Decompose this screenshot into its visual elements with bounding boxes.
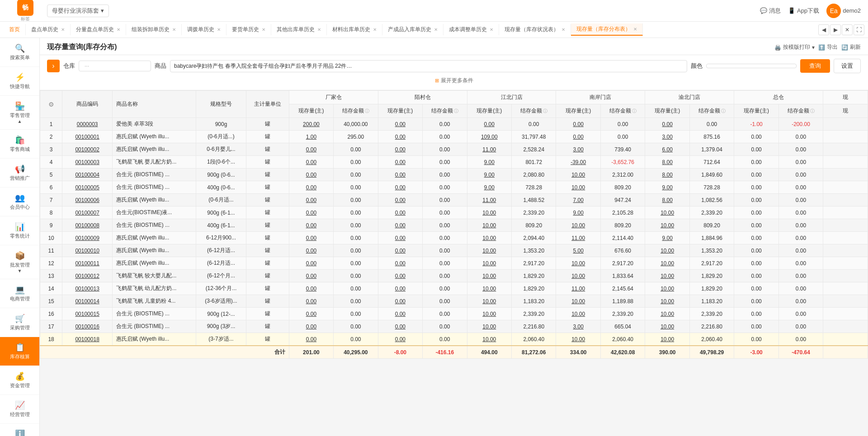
query-button[interactable]: 查询 (800, 59, 830, 73)
td-no: 11 (40, 244, 62, 257)
td-extra (823, 308, 868, 320)
tab-close-icon[interactable]: ✕ (61, 27, 65, 32)
industry-selector[interactable]: 母婴行业演示陈套 ▾ (47, 5, 109, 17)
table-container[interactable]: ⚙ 商品编码 商品名称 规格型号 主计量单位 厂家仓 陌村仓 江北门店 南岸门店… (40, 90, 868, 436)
td-mc-amt: 0.00 (423, 194, 467, 206)
tab-home[interactable]: 首页 (4, 24, 26, 35)
td-yb-amt: 1,379.04 (689, 143, 734, 156)
footer-label: 合计 (40, 346, 289, 359)
app-download-button[interactable]: 📱 App下载 (788, 7, 819, 15)
td-unit: 罐 (246, 206, 289, 219)
td-jb-amt: 728.28 (512, 181, 556, 194)
td-na-amt: 2,145.64 (600, 282, 645, 295)
message-button[interactable]: 💬 消息 (760, 7, 781, 15)
print-button[interactable]: 🖨️ 按模版打印 ▾ (774, 43, 815, 51)
tab-material-out[interactable]: 材料出库单历史 ✕ (327, 24, 382, 35)
sidebar-item-nav[interactable]: ⚡ 快捷导航 (0, 67, 39, 96)
td-na-qty: 10.00 (556, 333, 600, 346)
content-area: 现存量查询(库存分布) 🖨️ 按模版打印 ▾ ⬆️ 导出 🔄 刷新 (40, 38, 868, 436)
nav-prev-btn[interactable]: ◀ (818, 24, 829, 35)
td-fj-qty: 0.00 (289, 270, 333, 282)
tab-other-out[interactable]: 其他出库单历史 ✕ (271, 24, 327, 35)
table-row: 8 00100007 合生元(BIOSTIME)液... 900g (6-1..… (40, 206, 868, 219)
td-no: 6 (40, 181, 62, 194)
nav-expand-btn[interactable]: ⛶ (854, 24, 864, 35)
sidebar-item-stock[interactable]: 📋 库存核算 (0, 337, 39, 366)
nav-more-btn[interactable]: ✕ (842, 24, 853, 35)
td-jb-amt: 0.00 (512, 118, 556, 131)
sidebar-item-ecommerce[interactable]: 💻 电商管理 (0, 279, 39, 308)
tab-close-icon[interactable]: ✕ (434, 27, 438, 32)
sidebar-item-retail-stats[interactable]: 📊 零售统计 (0, 216, 39, 245)
sidebar-item-finance[interactable]: 💰 资金管理 (0, 366, 39, 395)
main-layout: 🔍 搜索英单 ⚡ 快捷导航 🏪 零售管理 ▲ 🛍️ 零售商城 📢 营销推广 👥 … (0, 38, 868, 436)
sidebar-item-wholesale[interactable]: 📦 批发管理 ▼ (0, 245, 39, 279)
sidebar-item-purchase[interactable]: 🛒 采购管理 (0, 308, 39, 337)
tab-assembly[interactable]: 组装拆卸单历史 ✕ (126, 24, 182, 35)
tab-stock-dist[interactable]: 现存量（库存分布表） ✕ (571, 23, 643, 36)
td-mc-amt: 0.00 (423, 333, 467, 346)
tab-close-icon[interactable]: ✕ (217, 27, 221, 32)
td-yb-amt: 1,183.20 (689, 295, 734, 308)
td-spec: (12-36个月... (196, 282, 246, 295)
td-yb-qty: 10.00 (645, 282, 689, 295)
refresh-button[interactable]: 🔄 刷新 (841, 43, 861, 51)
td-no: 10 (40, 232, 62, 244)
nav-next-btn[interactable]: ▶ (830, 24, 841, 35)
tab-cost-adjust[interactable]: 成本调整单历史 ✕ (443, 24, 499, 35)
table-row: 17 00100016 合生元 (BIOSTIME) ... 900g (3岁.… (40, 320, 868, 333)
stats-icon: 📊 (15, 222, 25, 232)
sidebar-item-retail-mgmt[interactable]: 🏪 零售管理 ▲ (0, 96, 39, 130)
td-yb-qty: 10.00 (645, 257, 689, 270)
td-no: 17 (40, 320, 62, 333)
td-na-amt: 2,339.20 (600, 308, 645, 320)
color-input[interactable] (706, 64, 797, 68)
tab-close-icon[interactable]: ✕ (373, 27, 377, 32)
td-fj-amt: 0.00 (334, 169, 378, 181)
tab-close-icon[interactable]: ✕ (262, 27, 265, 32)
td-no: 14 (40, 282, 62, 295)
tab-sub-inventory[interactable]: 分量盘点单历史 ✕ (71, 24, 126, 35)
td-unit: 罐 (246, 270, 289, 282)
gear-icon[interactable]: ⚙ (48, 101, 54, 108)
sidebar-item-basic[interactable]: ℹ️ 基础信息 (0, 424, 39, 436)
td-mc-qty: 0.00 (378, 270, 422, 282)
td-spec: (0-6月适...) (196, 131, 246, 143)
expand-conditions-btn[interactable]: ⊞ 展开更多条件 (435, 77, 473, 84)
td-fj-amt: 0.00 (334, 181, 378, 194)
tab-close-icon[interactable]: ✕ (117, 27, 120, 32)
tab-requisition[interactable]: 要货单历史 ✕ (226, 24, 271, 35)
sidebar-item-operations[interactable]: 📈 经营管理 (0, 395, 39, 424)
tab-inventory-check[interactable]: 盘点单历史 ✕ (26, 24, 71, 35)
warehouse-input[interactable]: ··· (79, 61, 151, 71)
td-na-amt: 809.20 (600, 181, 645, 194)
tab-close-icon[interactable]: ✕ (561, 27, 565, 32)
print-icon: 🖨️ (774, 44, 781, 51)
sidebar-item-retail-mall[interactable]: 🛍️ 零售商城 (0, 130, 39, 159)
user-avatar[interactable]: Ea demo2 (826, 4, 861, 18)
td-jb-qty: 10.00 (467, 219, 511, 232)
tab-close-icon[interactable]: ✕ (490, 27, 493, 32)
td-mc-qty: 0.00 (378, 333, 422, 346)
td-jb-amt: 2,339.20 (512, 308, 556, 320)
td-mc-amt: 0.00 (423, 270, 467, 282)
td-jb-qty: 10.00 (467, 270, 511, 282)
td-fj-amt: 0.00 (334, 244, 378, 257)
tab-transfer[interactable]: 调拨单历史 ✕ (182, 24, 226, 35)
export-button[interactable]: ⬆️ 导出 (818, 43, 838, 51)
td-yb-qty: 10.00 (645, 308, 689, 320)
tab-finished-in[interactable]: 产成品入库单历史 ✕ (382, 24, 443, 35)
tab-stock-status[interactable]: 现存量（库存状况表） ✕ (499, 24, 571, 35)
tab-close-icon[interactable]: ✕ (172, 27, 176, 32)
td-mc-amt: 0.00 (423, 257, 467, 270)
td-code: 0000003 (62, 118, 113, 131)
footer-fj-qty: 201.00 (289, 346, 333, 359)
goods-input[interactable]: babycare孕妇待产包 春季入院全套母子组合孕妇产后冬季月子用品 22件套 … (170, 60, 687, 72)
sidebar-item-search[interactable]: 🔍 搜索英单 (0, 38, 39, 67)
filter-collapse-btn[interactable]: › (47, 60, 60, 72)
sidebar-item-member[interactable]: 👥 会员中心 (0, 188, 39, 216)
tab-close-icon[interactable]: ✕ (317, 27, 321, 32)
tab-close-icon[interactable]: ✕ (633, 27, 637, 32)
setting-button[interactable]: 设置 (834, 59, 861, 73)
sidebar-item-marketing[interactable]: 📢 营销推广 (0, 159, 39, 188)
